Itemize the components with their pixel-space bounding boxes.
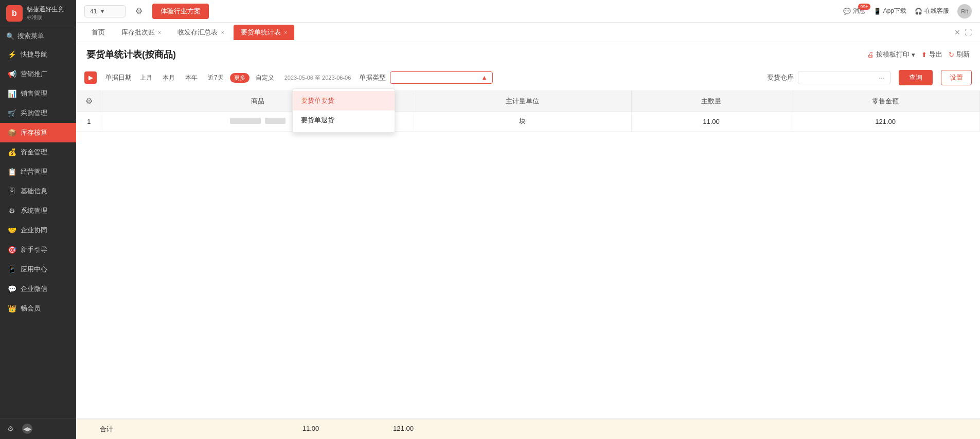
sidebar-collapse-btn[interactable]: ◀▶ — [22, 424, 32, 434]
tab-inventory-batch[interactable]: 库存批次账 × — [114, 25, 168, 40]
warehouse-input[interactable]: ··· — [798, 71, 890, 84]
expand-btn[interactable]: ▶ — [84, 71, 97, 84]
tab-receive-summary[interactable]: 收发存汇总表 × — [170, 25, 231, 40]
table-cell-qty: 11.00 — [631, 112, 791, 132]
chevron-down-icon[interactable]: ▾ — [912, 51, 915, 59]
sidebar-item-members[interactable]: 👑 畅会员 — [0, 299, 76, 318]
date-options: 上月 本月 本年 近7天 更多 自定义 — [136, 72, 278, 84]
chevron-down-icon: ▾ — [101, 8, 104, 15]
sidebar-search[interactable]: 🔍 搜索菜单 — [0, 27, 76, 45]
header-gear-btn[interactable]: ⚙ — [132, 4, 146, 19]
date-option-7days[interactable]: 近7天 — [204, 72, 228, 84]
top-header-left: 41 ▾ ⚙ 体验行业方案 — [84, 4, 209, 19]
guide-icon: 🎯 — [7, 246, 16, 254]
sidebar-item-wechat[interactable]: 💬 企业微信 — [0, 279, 76, 299]
query-button[interactable]: 查询 — [899, 70, 933, 85]
filter-date-group: 单据日期 上月 本月 本年 近7天 更多 自定义 2023-05-06 至 20… — [105, 72, 351, 84]
sales-icon: 📊 — [7, 89, 16, 98]
print-action[interactable]: 🖨 按模板打印 ▾ — [867, 50, 915, 59]
tab-inventory-batch-label: 库存批次账 — [121, 28, 155, 37]
sidebar-item-label: 快捷导航 — [21, 50, 47, 59]
sidebar-item-app-center[interactable]: 📱 应用中心 — [0, 260, 76, 279]
sidebar-item-enterprise[interactable]: 🤝 企业协同 — [0, 221, 76, 240]
table-cell-amount: 121.00 — [791, 112, 980, 132]
sidebar-item-quick-nav[interactable]: ⚡ 快捷导航 — [0, 45, 76, 64]
sidebar-item-operations[interactable]: 📋 经营管理 — [0, 162, 76, 181]
type-dropdown-arrow[interactable]: ▲ — [481, 74, 487, 81]
close-inventory-batch-icon[interactable]: × — [158, 29, 161, 35]
logo-name: 畅捷通好生意 — [27, 6, 64, 14]
table-col-amount: 零售金额 — [791, 91, 980, 112]
breadcrumb-selector[interactable]: 41 ▾ — [84, 5, 126, 17]
avatar[interactable]: Rit — [957, 4, 972, 19]
filter-type-group: 单据类型 ▲ 要货单要货 要货单退货 — [359, 71, 759, 84]
close-all-icon[interactable]: ✕ — [954, 28, 960, 36]
sidebar-item-label: 企业微信 — [21, 284, 47, 294]
operations-icon: 📋 — [7, 168, 16, 176]
enterprise-icon: 🤝 — [7, 226, 16, 234]
sidebar-item-basic-info[interactable]: 🗄 基础信息 — [0, 181, 76, 201]
type-label: 单据类型 — [359, 73, 386, 82]
sidebar-item-sales[interactable]: 📊 销售管理 — [0, 84, 76, 103]
table-cell-seq: 1 — [76, 112, 102, 132]
date-option-this-year[interactable]: 本年 — [181, 72, 202, 84]
close-order-summary-icon[interactable]: × — [284, 29, 287, 35]
sidebar-item-label: 营销推广 — [21, 69, 47, 79]
tab-home[interactable]: 首页 — [84, 25, 112, 40]
sidebar-item-label: 经营管理 — [21, 167, 47, 176]
warehouse-more-icon[interactable]: ··· — [879, 74, 885, 82]
table-row: 1 块 11.00 121.00 — [76, 112, 980, 132]
sidebar-item-finance[interactable]: 💰 资金管理 — [0, 142, 76, 162]
service-icon: 🎧 — [915, 8, 922, 15]
page-header: 要货单统计表(按商品) 🖨 按模板打印 ▾ ⬆ 导出 ↻ 刷新 — [76, 42, 980, 65]
type-dropdown: 要货单要货 要货单退货 — [292, 88, 395, 133]
page-title: 要货单统计表(按商品) — [86, 48, 176, 61]
settings-button[interactable]: 设置 — [941, 70, 972, 85]
sidebar-logo: b 畅捷通好生意 标准版 — [0, 0, 76, 27]
export-action[interactable]: ⬆ 导出 — [921, 50, 942, 59]
data-table: ⚙ 商品 主计量单位 主数量 零售金额 1 — [76, 91, 980, 132]
date-option-custom[interactable]: 自定义 — [252, 72, 278, 84]
tab-order-summary[interactable]: 要货单统计表 × — [234, 25, 294, 40]
online-service-action[interactable]: 🎧 在线客服 — [915, 7, 949, 15]
close-receive-summary-icon[interactable]: × — [221, 29, 224, 35]
quick-nav-icon: ⚡ — [7, 50, 16, 59]
refresh-action[interactable]: ↻ 刷新 — [949, 50, 970, 59]
sidebar-item-inventory[interactable]: 📦 库存核算 — [0, 123, 76, 142]
sidebar-item-purchase[interactable]: 🛒 采购管理 — [0, 103, 76, 123]
sidebar-item-marketing[interactable]: 📢 营销推广 — [0, 64, 76, 84]
sidebar-item-label: 销售管理 — [21, 89, 47, 98]
print-icon: 🖨 — [867, 51, 874, 59]
dropdown-item-yaohuo[interactable]: 要货单要货 — [293, 91, 395, 111]
sidebar-item-guide[interactable]: 🎯 新手引导 — [0, 240, 76, 260]
filter-bar: ▶ 单据日期 上月 本月 本年 近7天 更多 自定义 2023-05-06 至 … — [76, 65, 980, 91]
table-col-unit: 主计量单位 — [414, 91, 632, 112]
column-gear-icon[interactable]: ⚙ — [85, 97, 93, 105]
messages-action[interactable]: 💬 消息 99+ — [843, 7, 865, 15]
filter-warehouse: 要货仓库 ··· — [767, 71, 890, 84]
footer-qty: 11.00 — [280, 425, 342, 434]
sidebar-item-system[interactable]: ⚙ 系统管理 — [0, 201, 76, 221]
date-option-last-month[interactable]: 上月 — [136, 72, 156, 84]
date-option-this-month[interactable]: 本月 — [158, 72, 179, 84]
sidebar-item-label: 新手引导 — [21, 245, 47, 254]
maximize-icon[interactable]: ⛶ — [965, 28, 972, 36]
download-icon: 📱 — [874, 8, 881, 15]
trial-button[interactable]: 体验行业方案 — [152, 4, 209, 19]
dropdown-item-tuihuo[interactable]: 要货单退货 — [293, 111, 395, 130]
sidebar-nav: ⚡ 快捷导航 📢 营销推广 📊 销售管理 🛒 采购管理 📦 库存核算 💰 资金管… — [0, 45, 76, 418]
date-option-more[interactable]: 更多 — [230, 73, 250, 83]
finance-icon: 💰 — [7, 148, 16, 156]
basic-info-icon: 🗄 — [7, 187, 16, 195]
message-icon: 💬 — [843, 8, 851, 15]
members-icon: 👑 — [7, 304, 16, 313]
date-range-text: 2023-05-06 至 2023-06-06 — [284, 74, 351, 82]
type-select[interactable]: ▲ — [390, 71, 493, 84]
messages-badge: 99+ — [858, 4, 870, 10]
tabs-bar: 首页 库存批次账 × 收发存汇总表 × 要货单统计表 × ✕ ⛶ — [76, 23, 980, 42]
app-download-action[interactable]: 📱 App下载 — [874, 7, 906, 15]
table-col-settings[interactable]: ⚙ — [76, 91, 102, 112]
main-area: 41 ▾ ⚙ 体验行业方案 💬 消息 99+ 📱 App下载 🎧 在线客服 Ri… — [76, 0, 980, 439]
settings-bottom-icon[interactable]: ⚙ — [7, 425, 14, 433]
refresh-icon: ↻ — [949, 51, 954, 59]
